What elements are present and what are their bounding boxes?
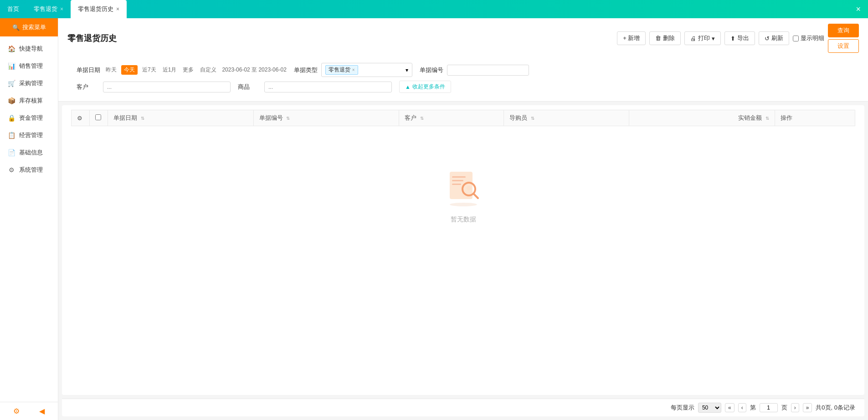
- voucher-type-value: 零售退货: [329, 66, 350, 74]
- date-opt-today[interactable]: 今天: [121, 65, 138, 75]
- sidebar-item-quick-nav[interactable]: 🏠 快捷导航: [0, 40, 58, 57]
- table-col-date[interactable]: 单据日期 ⇅: [108, 110, 254, 126]
- nav-label-basic-info: 基础信息: [19, 149, 43, 157]
- sidebar-item-sales-mgmt[interactable]: 📊 销售管理: [0, 57, 58, 75]
- page-title: 零售退货历史: [67, 33, 117, 44]
- collapse-more-label: 收起更多条件: [412, 83, 445, 91]
- customer-label: 客户: [77, 83, 99, 91]
- page-title-row: 零售退货历史 + 新增 🗑 删除 🖨 打印 ▾ ⬆ 导出 ↺: [67, 24, 859, 53]
- voucher-type-label: 单据类型: [294, 66, 318, 74]
- tab-close-retail-return-history[interactable]: ×: [116, 6, 119, 12]
- table-col-settings[interactable]: ⚙: [72, 110, 90, 126]
- nav-label-purchase-mgmt: 采购管理: [19, 79, 43, 87]
- prev-page-button[interactable]: ‹: [738, 403, 746, 412]
- table-col-action: 操作: [775, 110, 855, 126]
- export-button[interactable]: ⬆ 导出: [724, 31, 755, 45]
- tab-label-home: 首页: [7, 5, 19, 13]
- empty-icon: [441, 163, 486, 208]
- tab-retail-return-history[interactable]: 零售退货历史×: [71, 0, 127, 18]
- nav-icon-ops-mgmt: 📋: [7, 131, 15, 139]
- sidebar-item-purchase-mgmt[interactable]: 🛒 采购管理: [0, 75, 58, 92]
- goods-input[interactable]: [264, 82, 392, 92]
- svg-line-6: [473, 194, 478, 198]
- print-button[interactable]: 🖨 打印 ▾: [684, 31, 721, 45]
- voucher-type-tag-close[interactable]: ×: [352, 67, 355, 72]
- page-prefix: 第: [750, 404, 756, 412]
- sidebar-item-basic-info[interactable]: 📄 基础信息: [0, 144, 58, 161]
- content-area: 零售退货历史 + 新增 🗑 删除 🖨 打印 ▾ ⬆ 导出 ↺: [58, 18, 868, 420]
- amount-sort-icon: ⇅: [765, 116, 769, 121]
- tab-close-retail-return[interactable]: ×: [60, 6, 63, 12]
- nav-icon-basic-info: 📄: [7, 149, 15, 157]
- date-opt-yesterday[interactable]: 昨天: [104, 65, 118, 75]
- main-layout: 🔍 搜索菜单 🏠 快捷导航 📊 销售管理 🛒 采购管理 📦 库存核算 🔒 资金管…: [0, 18, 868, 420]
- nav-label-quick-nav: 快捷导航: [19, 45, 43, 53]
- tab-label-retail-return-history: 零售退货历史: [78, 5, 113, 13]
- per-page-label: 每页显示: [671, 404, 694, 412]
- window-close-button[interactable]: ×: [848, 5, 868, 14]
- refresh-icon: ↺: [765, 35, 770, 42]
- print-dropdown-icon: ▾: [712, 35, 715, 42]
- customer-sort-icon: ⇅: [420, 116, 424, 121]
- filter-setting-button[interactable]: 设置: [828, 39, 859, 53]
- sidebar-item-finance-mgmt[interactable]: 🔒 资金管理: [0, 109, 58, 127]
- select-all-checkbox[interactable]: [95, 114, 101, 120]
- query-setting-group: 查询 设置: [828, 24, 859, 53]
- voucher-type-select[interactable]: 零售退货 × ▾: [321, 63, 412, 77]
- new-button[interactable]: + 新增: [617, 31, 646, 45]
- sidebar-item-ops-mgmt[interactable]: 📋 经营管理: [0, 127, 58, 144]
- table-col-amount[interactable]: 实销金额 ⇅: [629, 110, 775, 126]
- date-opt-last1month[interactable]: 近1月: [161, 65, 179, 75]
- goods-filter-group: 商品: [238, 82, 392, 92]
- print-icon: 🖨: [690, 35, 696, 42]
- per-page-select[interactable]: 50 10 20 100: [698, 403, 721, 413]
- table-col-checkbox[interactable]: [90, 110, 108, 126]
- delete-button[interactable]: 🗑 删除: [649, 31, 681, 45]
- voucher-type-filter-group: 单据类型 零售退货 × ▾: [294, 63, 412, 77]
- voucher-no-filter-group: 单据编号: [420, 65, 529, 76]
- top-bar: 首页零售退货×零售退货历史× ×: [0, 0, 868, 18]
- date-filter-group: 单据日期 昨天 今天 近7天 近1月 更多 自定义 2023-06-02 至 2…: [77, 65, 287, 75]
- svg-point-7: [467, 186, 471, 190]
- nav-icon-sales-mgmt: 📊: [7, 62, 15, 70]
- sidebar-item-inventory[interactable]: 📦 库存核算: [0, 92, 58, 109]
- voucher-no-input[interactable]: [447, 65, 529, 76]
- customer-filter-group: 客户: [77, 82, 231, 92]
- next-page-button[interactable]: ›: [791, 403, 799, 412]
- svg-point-0: [450, 203, 477, 206]
- table-col-voucher-no[interactable]: 单据编号 ⇅: [253, 110, 399, 126]
- empty-text: 暂无数据: [451, 215, 476, 224]
- tab-retail-return[interactable]: 零售退货×: [26, 0, 71, 18]
- show-detail-checkbox[interactable]: [793, 36, 799, 41]
- refresh-button[interactable]: ↺ 刷新: [759, 31, 789, 45]
- filter-area: 单据日期 昨天 今天 近7天 近1月 更多 自定义 2023-06-02 至 2…: [67, 58, 859, 101]
- table-col-customer[interactable]: 客户 ⇅: [399, 110, 504, 126]
- sidebar-collapse-button[interactable]: ◀: [39, 407, 45, 415]
- nav-icon-quick-nav: 🏠: [7, 45, 15, 53]
- table-col-guide[interactable]: 导购员 ⇅: [504, 110, 629, 126]
- show-detail-checkbox-label[interactable]: 显示明细: [793, 34, 824, 42]
- date-opt-custom[interactable]: 自定义: [198, 65, 218, 75]
- page-input[interactable]: [760, 403, 778, 412]
- nav-label-inventory: 库存核算: [19, 97, 43, 105]
- nav-label-sys-mgmt: 系统管理: [19, 166, 43, 174]
- tab-home[interactable]: 首页: [0, 0, 26, 18]
- sidebar-search-button[interactable]: 🔍 搜索菜单: [0, 18, 58, 36]
- date-options: 昨天 今天 近7天 近1月 更多 自定义: [104, 65, 218, 75]
- sidebar-settings-button[interactable]: ⚙: [13, 407, 20, 415]
- first-page-button[interactable]: «: [725, 403, 734, 412]
- date-filter-label: 单据日期: [77, 66, 100, 74]
- date-range-display: 2023-06-02 至 2023-06-02: [222, 66, 286, 74]
- date-opt-more[interactable]: 更多: [181, 65, 195, 75]
- date-opt-last7[interactable]: 近7天: [140, 65, 158, 75]
- sidebar-item-sys-mgmt[interactable]: ⚙ 系统管理: [0, 161, 58, 179]
- nav-label-sales-mgmt: 销售管理: [19, 62, 43, 70]
- voucher-no-sort-icon: ⇅: [286, 116, 290, 121]
- show-detail-text: 显示明细: [801, 34, 824, 42]
- collapse-more-btn[interactable]: ▲ 收起更多条件: [399, 81, 451, 93]
- query-button[interactable]: 查询: [828, 24, 859, 37]
- customer-input[interactable]: [103, 82, 231, 92]
- svg-rect-4: [452, 184, 461, 185]
- filter-row-2: 客户 商品 ▲ 收起更多条件: [77, 81, 850, 93]
- last-page-button[interactable]: »: [803, 403, 812, 412]
